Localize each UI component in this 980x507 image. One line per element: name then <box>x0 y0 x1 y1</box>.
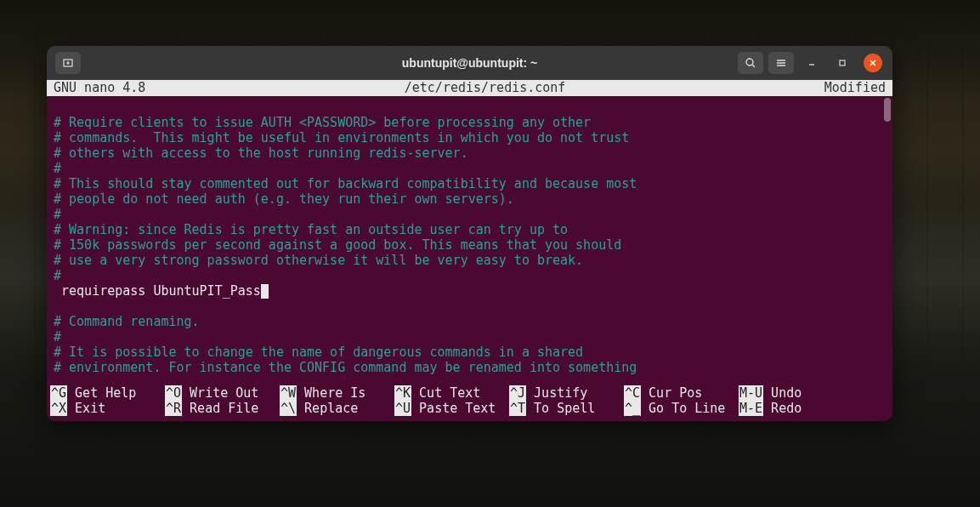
nano-status-bar: GNU nano 4.8 /etc/redis/redis.conf Modif… <box>47 80 892 96</box>
shortcut-item: ^O Write Out <box>165 385 280 401</box>
shortcut-item: ^X Exit <box>50 401 165 416</box>
editor-line: # people do not need auth (e.g. they run… <box>54 191 892 207</box>
shortcut-key: ^W <box>280 385 297 401</box>
shortcut-item: ^C Cur Pos <box>624 385 739 401</box>
editor-line: # 150k passwords per second against a go… <box>54 237 892 253</box>
shortcut-item: M-E Redo <box>739 401 832 416</box>
scroll-thumb[interactable] <box>884 98 891 122</box>
shortcut-item: ^U Paste Text <box>394 401 509 416</box>
nano-editor-area[interactable]: # Require clients to issue AUTH <PASSWOR… <box>47 96 892 384</box>
shortcut-label: Exit <box>67 401 105 416</box>
shortcut-row: ^G Get Help^O Write Out^W Where Is^K Cut… <box>50 385 892 401</box>
editor-line: # <box>54 161 892 176</box>
editor-line: # <box>54 268 892 283</box>
shortcut-key: ^O <box>165 385 182 401</box>
search-button[interactable] <box>738 52 763 74</box>
shortcut-label: Paste Text <box>411 401 496 416</box>
shortcut-item: ^T To Spell <box>509 401 624 416</box>
shortcut-key: ^J <box>509 385 526 401</box>
shortcut-item: ^_ Go To Line <box>624 401 739 416</box>
shortcut-label: Redo <box>763 401 802 416</box>
shortcut-label: Cur Pos <box>641 385 702 401</box>
nano-file-path: /etc/redis/redis.conf <box>145 80 824 96</box>
nano-modified-status: Modified <box>824 80 886 96</box>
shortcut-key: M-U <box>739 385 763 401</box>
shortcut-label: Cut Text <box>411 385 480 401</box>
editor-line: # others with access to the host running… <box>54 145 892 161</box>
terminal-window: ubuntupit@ubuntupit: ~ GNU nano 4.8 /etc… <box>47 46 892 421</box>
text-cursor <box>261 284 269 299</box>
svg-rect-9 <box>840 60 845 66</box>
editor-line: requirepass UbuntuPIT_Pass <box>54 283 892 299</box>
editor-line <box>54 299 892 314</box>
shortcut-key: ^C <box>624 385 641 401</box>
window-titlebar[interactable]: ubuntupit@ubuntupit: ~ <box>47 46 892 80</box>
nano-app-name: GNU nano 4.8 <box>54 80 145 96</box>
shortcut-label: Where Is <box>297 385 365 401</box>
shortcut-item: ^R Read File <box>165 401 280 416</box>
editor-line: # Require clients to issue AUTH <PASSWOR… <box>54 115 892 130</box>
terminal-body[interactable]: GNU nano 4.8 /etc/redis/redis.conf Modif… <box>47 80 892 421</box>
shortcut-key: ^_ <box>624 401 641 416</box>
close-button[interactable] <box>864 54 882 72</box>
shortcut-key: ^X <box>50 401 67 416</box>
shortcut-key: ^R <box>165 401 182 416</box>
shortcut-label: Replace <box>297 401 358 416</box>
shortcut-row: ^X Exit^R Read File^\ Replace^U Paste Te… <box>50 401 892 416</box>
shortcut-item: ^\ Replace <box>280 401 394 416</box>
shortcut-label: Get Help <box>67 385 136 401</box>
shortcut-key: ^G <box>50 385 67 401</box>
editor-line: # <box>54 207 892 222</box>
shortcut-label: Go To Line <box>641 401 725 416</box>
shortcut-item: ^W Where Is <box>280 385 394 401</box>
minimize-button[interactable] <box>802 54 821 72</box>
shortcut-key: ^\ <box>280 401 297 416</box>
editor-line: # Command renaming. <box>54 314 892 329</box>
shortcut-item: ^J Justify <box>509 385 624 401</box>
editor-line: # commands. This might be useful in envi… <box>54 130 892 145</box>
editor-line: # use a very strong password otherwise i… <box>54 253 892 268</box>
new-tab-button[interactable] <box>55 52 81 74</box>
nano-shortcut-bar: ^G Get Help^O Write Out^W Where Is^K Cut… <box>47 384 892 421</box>
shortcut-label: Undo <box>763 385 802 401</box>
editor-line: # <box>54 329 892 345</box>
shortcut-label: To Spell <box>526 401 595 416</box>
shortcut-key: M-E <box>739 401 763 416</box>
maximize-button[interactable] <box>833 54 852 72</box>
shortcut-key: ^T <box>509 401 526 416</box>
shortcut-label: Write Out <box>182 385 258 401</box>
svg-line-4 <box>752 65 755 67</box>
editor-line: # Warning: since Redis is pretty fast an… <box>54 222 892 237</box>
shortcut-label: Justify <box>526 385 587 401</box>
hamburger-menu-button[interactable] <box>768 52 794 74</box>
shortcut-key: ^K <box>394 385 411 401</box>
editor-line: # environment. For instance the CONFIG c… <box>54 360 892 375</box>
scrollbar[interactable] <box>884 96 891 384</box>
shortcut-key: ^U <box>394 401 411 416</box>
svg-point-3 <box>746 59 753 66</box>
shortcut-item: M-U Undo <box>739 385 832 401</box>
shortcut-item: ^G Get Help <box>50 385 165 401</box>
editor-line: # It is possible to change the name of d… <box>54 345 892 360</box>
editor-line: # This should stay commented out for bac… <box>54 176 892 191</box>
shortcut-item: ^K Cut Text <box>394 385 509 401</box>
shortcut-label: Read File <box>182 401 258 416</box>
